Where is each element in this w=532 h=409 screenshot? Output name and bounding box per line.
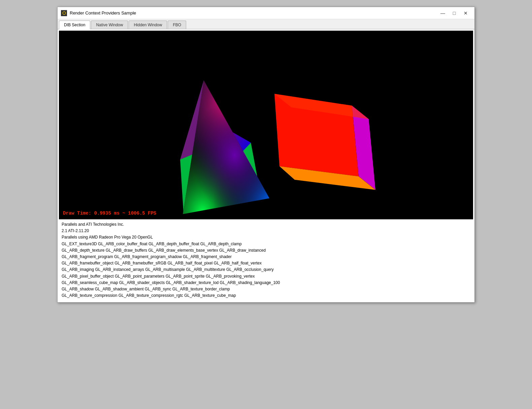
window-controls: — □ ✕ (437, 9, 471, 17)
close-button[interactable]: ✕ (460, 9, 471, 17)
info-line-12: GL_ARB_texture_compression GL_ARB_textur… (62, 292, 470, 299)
info-line-4: GL_EXT_texture3D GL_ARB_color_buffer_flo… (62, 241, 470, 247)
tab-native-window[interactable]: Native Window (91, 21, 128, 29)
info-line-8: GL_ARB_imaging GL_ARB_instanced_arrays G… (62, 266, 470, 273)
gl-canvas-svg (59, 31, 473, 219)
fps-display: Draw Time: 0.9935 ms ~ 1006.5 FPS (63, 211, 156, 216)
maximize-button[interactable]: □ (449, 9, 460, 17)
gl-canvas-area: Draw Time: 0.9935 ms ~ 1006.5 FPS (59, 31, 473, 219)
info-section: Parallels and ATI Technologies Inc. 2.1 … (59, 219, 473, 301)
info-line-6: GL_ARB_fragment_program GL_ARB_fragment_… (62, 254, 470, 260)
info-line-2: 2.1 ATI-2.11.20 (62, 228, 470, 234)
info-line-5: GL_ARB_depth_texture GL_ARB_draw_buffers… (62, 247, 470, 254)
main-window: ⬡ Render Context Providers Sample — □ ✕ … (57, 7, 475, 303)
tab-dib-section[interactable]: DIB Section (59, 21, 90, 29)
info-line-3: Parallels using AMD Radeon Pro Vega 20 O… (62, 234, 470, 241)
info-line-7: GL_ARB_framebuffer_object GL_ARB_framebu… (62, 260, 470, 266)
title-bar: ⬡ Render Context Providers Sample — □ ✕ (58, 7, 474, 19)
info-line-11: GL_ARB_shadow GL_ARB_shadow_ambient GL_A… (62, 286, 470, 292)
tab-bar: DIB Section Native Window Hidden Window … (58, 19, 474, 29)
app-icon: ⬡ (61, 10, 67, 16)
info-line-10: GL_ARB_seamless_cube_map GL_ARB_shader_o… (62, 280, 470, 286)
info-line-9: GL_ARB_pixel_buffer_object GL_ARB_point_… (62, 273, 470, 280)
title-bar-left: ⬡ Render Context Providers Sample (61, 10, 136, 16)
window-title: Render Context Providers Sample (70, 10, 136, 15)
info-line-1: Parallels and ATI Technologies Inc. (62, 221, 470, 228)
content-area: Draw Time: 0.9935 ms ~ 1006.5 FPS Parall… (58, 29, 474, 302)
tab-fbo[interactable]: FBO (168, 21, 186, 29)
tab-hidden-window[interactable]: Hidden Window (129, 21, 167, 29)
minimize-button[interactable]: — (437, 9, 448, 17)
